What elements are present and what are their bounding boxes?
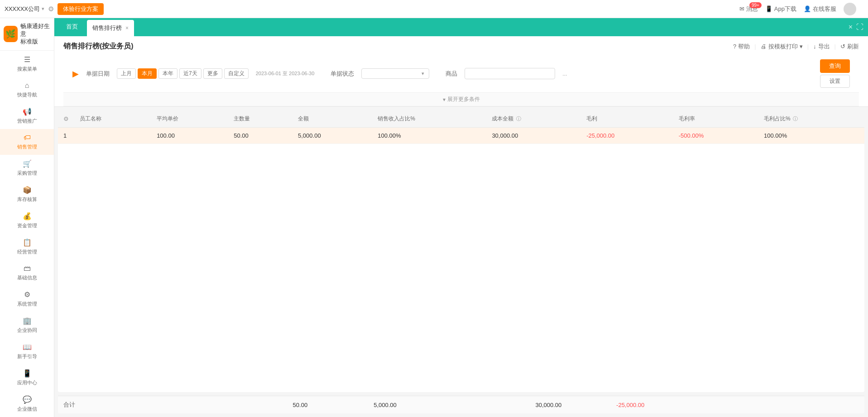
refresh-button[interactable]: ↺ 刷新 [840,43,859,51]
sidebar-label-search: 搜索菜单 [17,66,37,72]
page-header: 销售排行榜(按业务员) ? 帮助 | 🖨 按模板打印 ▾ | [54,36,868,107]
more-filters-icon[interactable]: ... [562,71,567,77]
purchase-icon: 🛒 [23,159,32,168]
expand-icon: ▾ [443,96,446,103]
th-gross-rate: 毛利率 [673,110,758,128]
cell-gross: -25,000.00 [581,128,673,144]
sidebar-label-enterprise: 企业协同 [17,327,37,334]
sidebar-item-quick-nav[interactable]: ⌂ 快捷导航 [0,77,54,103]
sidebar-item-purchase[interactable]: 🛒 采购管理 [0,155,54,181]
query-button[interactable]: 查询 [820,59,850,73]
date-btn-more[interactable]: 更多 [203,68,222,79]
cell-name [74,128,151,144]
divider1: | [754,43,756,50]
sidebar-logo: 🌿 畅康通好生意 标准版 [0,18,54,51]
status-chevron-icon: ▾ [422,71,424,77]
avatar[interactable] [844,3,856,15]
online-service-button[interactable]: 👤 在线客服 [804,5,836,13]
sidebar-item-marketing[interactable]: 📢 营销推广 [0,103,54,129]
sidebar-item-operation[interactable]: 📋 经营管理 [0,234,54,260]
goods-input[interactable] [465,68,555,79]
page-content: 销售排行榜(按业务员) ? 帮助 | 🖨 按模板打印 ▾ | [54,36,868,417]
trial-button[interactable]: 体验行业方案 [58,3,104,15]
date-btn-7days[interactable]: 近7天 [179,68,201,79]
print-icon: 🖨 [761,43,767,50]
print-label: 按模板打印 [768,43,798,51]
footer-cost: 30,000.00 [535,402,616,408]
tab-home[interactable]: 首页 [59,18,85,36]
help-label: 帮助 [738,43,750,51]
status-select[interactable]: ▾ [361,68,429,79]
filter-collapse-icon[interactable]: ▶ [72,69,79,79]
expand-label: 展开更多条件 [447,96,480,103]
app-download-button[interactable]: 📱 App下载 [765,5,796,13]
date-btn-current-month[interactable]: 本月 [138,68,157,79]
message-button[interactable]: ✉ 消息 99+ [739,5,758,13]
th-amount: 全额 [293,110,372,128]
sidebar-label-wechat: 企业微信 [17,406,37,412]
cost-info-icon[interactable]: ⓘ [516,116,521,121]
date-range: 2023-06-01 至 2023-06-30 [256,70,315,77]
cell-cost: 30,000.00 [486,128,581,144]
marketing-icon: 📢 [23,107,32,116]
sidebar-label-quick-nav: 快捷导航 [17,91,37,98]
page-title-row: 销售排行榜(按业务员) ? 帮助 | 🖨 按模板打印 ▾ | [63,42,859,51]
th-settings: ⚙ [58,110,74,128]
close-all-icon[interactable]: × [849,23,853,31]
sidebar-label-purchase: 采购管理 [17,170,37,177]
cell-sales-pct: 100.00% [372,128,486,144]
cell-gross-rate: -500.00% [673,128,758,144]
footer-amount: 5,000.00 [374,402,455,408]
home-icon: ⌂ [25,81,29,90]
date-buttons: 上月 本月 本年 近7天 更多 自定义 [117,68,249,79]
tab-sales-ranking[interactable]: 销售排行榜 × [87,20,134,36]
company-selector[interactable]: XXXXXX公司 ▾ [5,5,44,13]
th-avg-price: 平均单价 [151,110,228,128]
sidebar-item-system[interactable]: ⚙ 系统管理 [0,286,54,312]
sidebar-item-apps[interactable]: 📱 应用中心 [0,364,54,391]
sidebar-label-inventory: 库存核算 [17,196,37,203]
sidebar-item-guide[interactable]: 📖 新手引导 [0,338,54,364]
basic-icon: 🗃 [24,264,31,273]
sidebar-item-sales[interactable]: 🏷 销售管理 [0,129,54,155]
date-btn-prev-month[interactable]: 上月 [117,68,136,79]
print-button[interactable]: 🖨 按模板打印 ▾ [761,43,803,51]
tab-close-icon[interactable]: × [125,25,129,31]
sidebar-label-operation: 经营管理 [17,249,37,255]
cell-gross-pct: 100.00% [758,128,864,144]
help-button[interactable]: ? 帮助 [733,43,750,51]
help-icon: ? [733,43,736,50]
data-table: ⚙ 员工名称 平均单价 主数量 全额 销售收入占比% 成本全额 ⓘ 毛利 毛利率 [58,110,864,144]
sidebar-item-inventory[interactable]: 📦 库存核算 [0,181,54,207]
export-button[interactable]: ↓ 导出 [813,43,830,51]
system-icon: ⚙ [24,290,30,299]
logo-line2: 标准版 [20,38,50,46]
table-header-row: ⚙ 员工名称 平均单价 主数量 全额 销售收入占比% 成本全额 ⓘ 毛利 毛利率 [58,110,864,128]
cell-amount: 5,000.00 [293,128,372,144]
divider2: | [807,43,809,50]
refresh-label: 刷新 [847,43,859,51]
settings-button[interactable]: 设置 [820,75,850,88]
tab-bar-right: × ⛶ [849,23,863,31]
sidebar-item-enterprise[interactable]: 🏢 企业协同 [0,312,54,338]
sidebar-item-wechat[interactable]: 💬 企业微信 [0,391,54,417]
sidebar-item-finance[interactable]: 💰 资金管理 [0,207,54,234]
date-btn-year[interactable]: 本年 [158,68,177,79]
sidebar-item-basic[interactable]: 🗃 基础信息 [0,260,54,286]
gear-icon[interactable]: ⚙ [48,5,54,13]
sidebar-label-finance: 资金管理 [17,222,37,229]
table-wrapper: ⚙ 员工名称 平均单价 主数量 全额 销售收入占比% 成本全额 ⓘ 毛利 毛利率 [58,110,864,392]
grosspct-info-icon[interactable]: ⓘ [793,116,798,121]
cell-avg-price: 100.00 [151,128,228,144]
date-btn-custom[interactable]: 自定义 [224,68,249,79]
table-footer: 合计 50.00 5,000.00 30,000.00 -25,000.00 [58,396,864,413]
divider3: | [834,43,836,50]
sidebar-item-search[interactable]: ☰ 搜索菜单 [0,51,54,77]
filter-row: ▶ 单据日期 上月 本月 本年 近7天 更多 自定义 2023-06-01 至 … [63,55,859,92]
app-label: App下载 [774,5,796,13]
footer-spacer5 [778,402,859,408]
fullscreen-icon[interactable]: ⛶ [856,23,863,31]
inventory-icon: 📦 [23,186,32,194]
column-settings-icon[interactable]: ⚙ [63,115,69,122]
expand-more-bar[interactable]: ▾ 展开更多条件 [63,92,859,106]
